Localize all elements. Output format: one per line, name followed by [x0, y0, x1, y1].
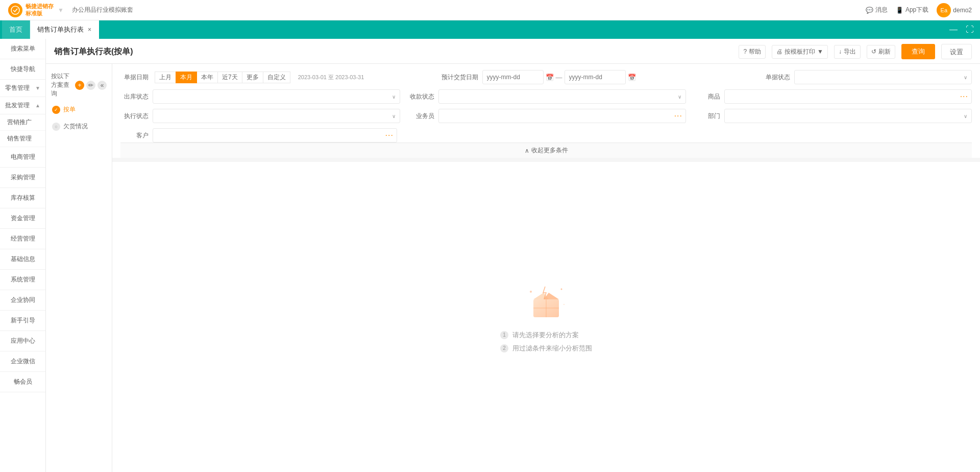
inner-layout: 按以下方案查询 + ✏ « ✓ 按单 ○ [46, 64, 980, 472]
customer-dots-icon: ··· [385, 131, 394, 140]
logo-area: 畅捷进销存 标准版 [8, 3, 54, 17]
sidebar-retail-header[interactable]: 零售管理 ▼ [0, 80, 45, 97]
right-content: 单据日期 上月 本月 本年 近7天 更多 自定义 2023-03-01 至 20… [112, 64, 980, 472]
tab-minimize-btn[interactable]: — [947, 23, 960, 36]
tab-home[interactable]: 首页 [2, 20, 30, 39]
delivery-select[interactable]: ∨ [153, 89, 400, 104]
sidebar-item-finance[interactable]: 资金管理 [0, 208, 45, 229]
goods-dots-icon: ··· [960, 92, 968, 101]
filter-row-1: 单据日期 上月 本月 本年 近7天 更多 自定义 2023-03-01 至 20… [120, 70, 972, 84]
date-tab-7days[interactable]: 近7天 [217, 72, 242, 83]
filter-cell-salesperson: 业务员 ··· [406, 109, 686, 123]
collapse-panel-btn[interactable]: « [97, 81, 107, 90]
edit-icon: ✏ [88, 82, 93, 89]
sidebar-sub-marketing[interactable]: 营销推广 [0, 114, 45, 131]
sidebar-wholesale-header[interactable]: 批发管理 ▲ [0, 97, 45, 114]
date-tab-thisyear[interactable]: 本年 [197, 72, 218, 83]
sidebar-item-wechat[interactable]: 企业微信 [0, 351, 45, 372]
sidebar-item-member[interactable]: 畅会员 [0, 372, 45, 392]
sidebar-item-inventory[interactable]: 库存核算 [0, 188, 45, 208]
svg-point-5 [561, 288, 562, 290]
sidebar-item-management[interactable]: 经营管理 [0, 229, 45, 249]
filter-cell-dept: 部门 ∨ [692, 109, 972, 123]
help-btn[interactable]: ? 帮助 [739, 45, 766, 59]
avatar: Ea [937, 3, 951, 17]
svg-point-6 [564, 304, 565, 305]
date-tab-thismonth[interactable]: 本月 [176, 72, 197, 83]
calendar-end-icon: 📅 [628, 74, 636, 81]
goods-field[interactable]: ··· [724, 89, 972, 104]
exec-label: 执行状态 [120, 112, 149, 121]
print-btn[interactable]: 🖨 按模板打印 ▼ [772, 45, 828, 59]
calendar-start-icon: 📅 [546, 74, 554, 81]
sidebar-item-system[interactable]: 系统管理 [0, 270, 45, 290]
date-tab-custom[interactable]: 自定义 [263, 72, 290, 83]
scheme-item-order[interactable]: ✓ 按单 [46, 101, 112, 118]
expected-date-start[interactable] [482, 70, 544, 84]
salesperson-dots-icon: ··· [674, 111, 682, 121]
date-tabs: 上月 本月 本年 近7天 更多 自定义 [155, 72, 290, 83]
page-actions: ? 帮助 🖨 按模板打印 ▼ ↓ 导出 ↺ 刷新 查询 设置 [739, 44, 972, 59]
dept-label: 部门 [692, 112, 720, 121]
sidebar: 搜索菜单 快捷导航 零售管理 ▼ 批发管理 ▲ 营销推广 销售管理 电商管理 [0, 39, 46, 472]
print-dropdown-icon: ▼ [817, 48, 823, 55]
salesperson-field[interactable]: ··· [438, 109, 686, 123]
tab-close-icon[interactable]: × [88, 26, 91, 33]
payment-select[interactable]: ∨ [438, 89, 686, 104]
sidebar-item-ecommerce[interactable]: 电商管理 [0, 147, 45, 168]
sidebar-item-apps[interactable]: 应用中心 [0, 331, 45, 351]
date-separator: — [556, 74, 562, 81]
tab-sales-order[interactable]: 销售订单执行表 × [30, 20, 99, 39]
status-select[interactable]: ∨ [794, 70, 972, 84]
main-layout: 搜索菜单 快捷导航 零售管理 ▼ 批发管理 ▲ 营销推广 销售管理 电商管理 [0, 39, 980, 472]
sidebar-item-enterprise[interactable]: 企业协同 [0, 290, 45, 311]
empty-text: 1 请先选择要分析的方案 2 用过滤条件来缩小分析范围 [500, 331, 592, 353]
empty-state: 1 请先选择要分析的方案 2 用过滤条件来缩小分析范围 [112, 162, 980, 472]
refresh-icon: ↺ [871, 48, 876, 55]
tab-maximize-btn[interactable]: ⛶ [964, 23, 976, 36]
exec-select[interactable]: ∨ [153, 109, 400, 123]
empty-hint-1: 1 请先选择要分析的方案 [500, 331, 579, 340]
status-label: 单据状态 [762, 73, 790, 82]
dept-select[interactable]: ∨ [724, 109, 972, 123]
app-download-btn[interactable]: 📱 App下载 [896, 6, 928, 14]
tab-label: 销售订单执行表 [37, 25, 84, 34]
sidebar-item-search[interactable]: 搜索菜单 [0, 39, 45, 59]
settings-btn[interactable]: 设置 [941, 44, 972, 59]
sidebar-item-quicknav[interactable]: 快捷导航 [0, 59, 45, 80]
add-scheme-btn[interactable]: + [75, 81, 84, 90]
date-tab-lastmonth[interactable]: 上月 [155, 72, 176, 83]
scheme-item-shortage[interactable]: ○ 欠货情况 [46, 118, 112, 135]
date-tab-more[interactable]: 更多 [242, 72, 263, 83]
collapse-arrow-icon: ∧ [525, 147, 529, 154]
dept-dropdown-icon: ∨ [964, 113, 967, 119]
filter-row-4: 客户 ··· [120, 128, 972, 143]
filter-row-2: 出库状态 ∨ 收款状态 ∨ 商品 [120, 89, 972, 104]
payment-dropdown-icon: ∨ [678, 94, 681, 100]
header-right: 💬 消息 📱 App下载 Ea demo2 [866, 3, 972, 17]
export-btn[interactable]: ↓ 导出 [834, 45, 861, 59]
header-left: 畅捷进销存 标准版 ▼ 办公用品行业模拟账套 [8, 3, 133, 17]
retail-arrow-icon: ▼ [35, 85, 40, 91]
sidebar-section-retail: 零售管理 ▼ [0, 80, 45, 97]
query-btn[interactable]: 查询 [901, 44, 935, 59]
sidebar-sub-sales[interactable]: 销售管理 [0, 131, 45, 147]
refresh-btn[interactable]: ↺ 刷新 [867, 45, 895, 59]
sidebar-item-newbie[interactable]: 新手引导 [0, 311, 45, 331]
expected-date-end[interactable] [565, 70, 626, 84]
collapse-bar[interactable]: ∧ 收起更多条件 [120, 143, 972, 158]
status-dropdown-icon: ∨ [964, 75, 967, 80]
message-icon: 💬 [866, 7, 873, 14]
filter-cell-delivery: 出库状态 ∨ [120, 89, 400, 104]
edit-scheme-btn[interactable]: ✏ [86, 81, 95, 90]
filter-cell-goods: 商品 ··· [692, 89, 972, 104]
message-btn[interactable]: 💬 消息 [866, 6, 888, 14]
customer-field[interactable]: ··· [153, 128, 397, 143]
top-header: 畅捷进销存 标准版 ▼ 办公用品行业模拟账套 💬 消息 📱 App下载 Ea d… [0, 0, 980, 20]
user-menu[interactable]: Ea demo2 [937, 3, 972, 17]
sidebar-item-purchase[interactable]: 采购管理 [0, 168, 45, 188]
empty-box-svg [526, 281, 567, 322]
sidebar-section-wholesale: 批发管理 ▲ 营销推广 销售管理 [0, 97, 45, 147]
sidebar-item-basic[interactable]: 基础信息 [0, 249, 45, 270]
left-panel: 按以下方案查询 + ✏ « ✓ 按单 ○ [46, 64, 112, 472]
